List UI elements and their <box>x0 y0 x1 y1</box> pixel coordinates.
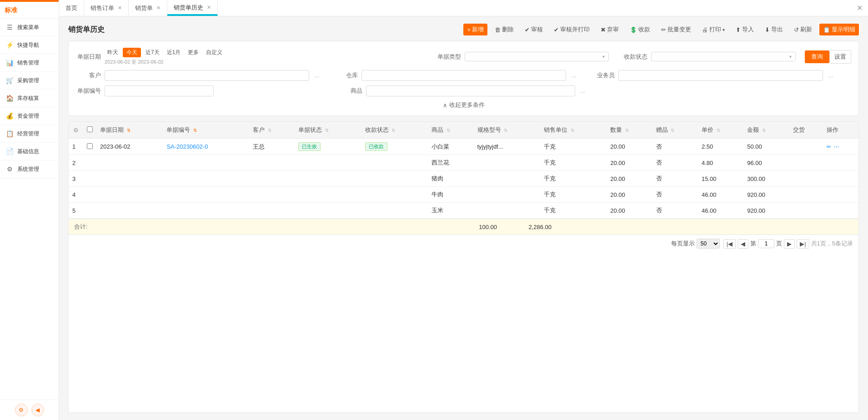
filter-staff-item: 业务员 ... <box>590 70 833 81</box>
query-button[interactable]: 查询 <box>805 50 829 63</box>
pay-status-badge: 已收款 <box>365 142 387 151</box>
date-7days-btn[interactable]: 近7天 <box>143 48 162 57</box>
sort-doc-status-icon[interactable]: ⇅ <box>325 128 329 133</box>
sidebar-item-purchase-mgmt[interactable]: 🛒 采购管理 <box>0 72 59 90</box>
tab-home[interactable]: 首页 <box>59 0 84 16</box>
more-action[interactable]: ⋯ <box>834 144 839 150</box>
sidebar-item-quick-nav[interactable]: ⚡ 快捷导航 <box>0 36 59 54</box>
last-page-btn[interactable]: ▶| <box>797 239 809 249</box>
doc-type-select[interactable]: ▾ <box>465 52 609 61</box>
inventory-icon: 🏠 <box>5 94 14 102</box>
sidebar-item-sys-mgmt[interactable]: ⚙ 系统管理 <box>0 160 59 178</box>
col-date: 单据日期 ⇅ <box>96 122 163 139</box>
cell-amount: 300.00 <box>743 171 789 187</box>
date-quick-group: 昨天 今天 近7天 近1月 更多 自定义 <box>105 48 225 57</box>
export-button[interactable]: ⬇ 导出 <box>761 24 787 35</box>
page-input[interactable] <box>758 239 774 248</box>
refresh-button[interactable]: ↺ 刷新 <box>790 24 816 35</box>
audit-print-button[interactable]: ✔ 审核并打印 <box>550 24 593 35</box>
setting-button[interactable]: 设置 <box>829 50 851 64</box>
tab-sales-order-close[interactable]: ✕ <box>118 5 122 11</box>
select-all-checkbox[interactable] <box>87 126 93 132</box>
cell-unit: 千克 <box>540 203 607 219</box>
sidebar-settings-btn[interactable]: ⚙ <box>15 404 28 416</box>
export-label: 导出 <box>771 25 783 34</box>
pay-status-select[interactable]: ▾ <box>651 52 796 61</box>
sort-unit-icon[interactable]: ⇅ <box>571 128 574 133</box>
abandon-icon: ✖ <box>601 26 606 33</box>
goods-ellipsis[interactable]: ... <box>581 88 585 94</box>
table-row: 1 2023-06-02 SA-20230602-0 王总 已生效 <box>69 139 858 155</box>
sort-gift-icon[interactable]: ⇅ <box>671 128 674 133</box>
collapse-button[interactable]: ∧ 收起更多条件 <box>443 101 485 109</box>
prev-page-btn[interactable]: ◀ <box>738 239 748 249</box>
pagination: 每页显示 20 50 100 |◀ ◀ 第 页 ▶ ▶| 共1页，5条记录 <box>69 235 858 252</box>
tab-sales-goods[interactable]: 销货单 ✕ <box>129 0 167 16</box>
sidebar-item-basic-info[interactable]: 📄 基础信息 <box>0 143 59 160</box>
date-1month-btn[interactable]: 近1月 <box>164 48 184 57</box>
sidebar-collapse-btn[interactable]: ◀ <box>31 404 44 416</box>
action-links: ✏ ⋯ <box>827 144 855 150</box>
sort-customer-icon[interactable]: ⇅ <box>268 128 271 133</box>
import-button[interactable]: ⬆ 导入 <box>732 24 758 35</box>
sidebar-item-finance-mgmt[interactable]: 💰 资金管理 <box>0 107 59 125</box>
tab-sales-order[interactable]: 销售订单 ✕ <box>84 0 129 16</box>
batch-change-button[interactable]: ✏ 批量变更 <box>657 24 695 35</box>
delete-button[interactable]: 🗑 删除 <box>491 24 517 35</box>
print-button[interactable]: 🖨 打印 ▾ <box>698 24 728 35</box>
customer-input[interactable] <box>105 70 309 81</box>
delete-label: 删除 <box>502 25 514 34</box>
sidebar-item-inventory-calc[interactable]: 🏠 库存核算 <box>0 90 59 107</box>
col-settings[interactable]: ⚙ <box>69 122 83 139</box>
date-yesterday-btn[interactable]: 昨天 <box>105 48 121 57</box>
sort-amount-icon[interactable]: ⇅ <box>762 128 766 133</box>
tab-sales-goods-close[interactable]: ✕ <box>156 5 161 11</box>
warehouse-ellipsis[interactable]: ... <box>572 72 576 79</box>
table-footer: 合计: 100.00 2,286.00 <box>69 219 858 235</box>
cell-qty: 20.00 <box>607 203 652 219</box>
tab-sales-history-close[interactable]: ✕ <box>207 5 211 10</box>
collect-button[interactable]: 💲 收款 <box>626 24 654 35</box>
date-today-btn[interactable]: 今天 <box>123 48 141 57</box>
goods-input[interactable] <box>366 85 575 96</box>
col-qty: 数量 ⇅ <box>607 122 652 139</box>
doc-no-input[interactable] <box>105 85 214 96</box>
row-checkbox[interactable] <box>87 143 93 149</box>
sidebar-item-ops-mgmt[interactable]: 📋 经营管理 <box>0 125 59 143</box>
sort-no-icon[interactable]: ⇅ <box>193 128 197 133</box>
tab-sales-history[interactable]: 销货单历史 ✕ <box>167 0 218 16</box>
sort-spec-icon[interactable]: ⇅ <box>504 128 507 133</box>
date-label: 单据日期 <box>76 53 101 61</box>
page-size-dropdown[interactable]: 20 50 100 <box>697 239 720 249</box>
sort-date-icon[interactable]: ⇅ <box>127 128 130 133</box>
date-custom-btn[interactable]: 自定义 <box>203 48 225 57</box>
edit-action[interactable]: ✏ <box>827 144 831 150</box>
col-unit-label: 销售单位 <box>544 126 567 133</box>
sort-price-icon[interactable]: ⇅ <box>717 128 720 133</box>
sidebar-item-search-menu[interactable]: ☰ 搜索菜单 <box>0 19 59 36</box>
next-page-btn[interactable]: ▶ <box>784 239 795 249</box>
staff-ellipsis[interactable]: ... <box>828 72 833 79</box>
abandon-button[interactable]: ✖ 弃审 <box>597 24 622 35</box>
sales-mgmt-icon: 📊 <box>5 59 14 67</box>
audit-button[interactable]: ✔ 审核 <box>521 24 547 35</box>
data-table-container: ⚙ 单据日期 ⇅ 单据编号 ⇅ 客户 <box>68 121 859 413</box>
customer-ellipsis[interactable]: ... <box>315 72 319 79</box>
sort-pay-status-icon[interactable]: ⇅ <box>391 128 395 133</box>
sort-qty-icon[interactable]: ⇅ <box>625 128 629 133</box>
first-page-btn[interactable]: |◀ <box>723 239 736 249</box>
cell-no[interactable]: SA-20230602-0 <box>163 139 249 155</box>
staff-input[interactable] <box>618 70 823 81</box>
sidebar-item-sales-mgmt[interactable]: 📊 销售管理 <box>0 54 59 72</box>
date-more-btn[interactable]: 更多 <box>185 48 201 57</box>
add-button[interactable]: + 新增 <box>463 24 487 35</box>
show-detail-button[interactable]: 📋 显示明细 <box>819 24 859 35</box>
tab-sales-order-label: 销售订单 <box>90 4 114 12</box>
warehouse-input[interactable] <box>361 70 566 81</box>
cell-gift: 否 <box>652 139 698 155</box>
sort-goods-icon[interactable]: ⇅ <box>447 128 450 133</box>
staff-label: 业务员 <box>590 71 615 80</box>
col-no-label: 单据编号 <box>166 126 190 133</box>
doc-no-link[interactable]: SA-20230602-0 <box>166 143 208 150</box>
tab-bar-close-all[interactable]: ✕ <box>851 4 868 12</box>
